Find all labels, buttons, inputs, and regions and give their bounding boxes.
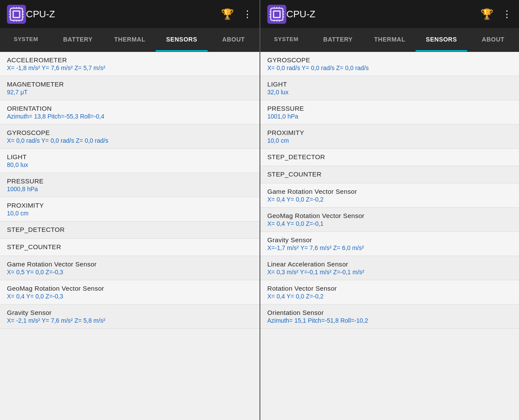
sensor-name: STEP_COUNTER [267,170,512,178]
tab-system-right[interactable]: System [260,28,312,51]
sensor-name: STEP_COUNTER [7,243,253,250]
sensor-value: 32,0 lux [267,89,512,96]
sensor-name: GeoMag Rotation Vector Sensor [267,212,512,219]
list-item: PRESSURE1000,8 hPa [0,173,260,197]
right-titlebar: CPU-Z 🏆 ⋮ [260,0,519,28]
list-item: GeoMag Rotation Vector SensorX= 0,4 Y= 0… [0,280,260,305]
svg-rect-19 [274,12,279,17]
list-item: GYROSCOPEX= 0,0 rad/s Y= 0,0 rad/s Z= 0,… [0,125,260,149]
sensor-name: PROXIMITY [267,129,512,136]
list-item: PRESSURE1001,0 hPa [260,100,519,125]
sensor-value: X= -1,8 m/s² Y= 7,6 m/s² Z= 5,7 m/s² [7,64,253,71]
sensor-name: GYROSCOPE [267,56,512,64]
list-item: ACCELEROMETERX= -1,8 m/s² Y= 7,6 m/s² Z=… [0,52,260,76]
list-item: LIGHT32,0 lux [260,76,519,100]
sensor-name: MAGNETOMETER [7,80,253,88]
list-item: Rotation Vector SensorX= 0,4 Y= 0,0 Z=-0… [260,280,519,305]
left-content-area[interactable]: ACCELEROMETERX= -1,8 m/s² Y= 7,6 m/s² Z=… [0,52,260,420]
sensor-name: Game Rotation Vector Sensor [7,260,253,268]
list-item: Orientation SensorAzimuth= 15,1 Pitch=-5… [260,305,519,329]
left-app-title: CPU-Z [26,9,221,20]
tab-about-right[interactable]: About [467,28,519,51]
tab-about-left[interactable]: About [208,28,260,51]
sensor-name: ACCELEROMETER [7,56,253,64]
list-item: STEP_DETECTOR [260,149,519,166]
sensor-name: ORIENTATION [7,105,253,112]
sensor-value: 10,0 cm [7,210,253,217]
list-item: GeoMag Rotation Vector SensorX= 0,4 Y= 0… [260,208,519,232]
tab-thermal-right[interactable]: Thermal [364,28,416,51]
list-item: STEP_COUNTER [260,166,519,183]
sensor-name: Orientation Sensor [267,309,512,316]
svg-rect-3 [14,12,19,17]
sensor-name: LIGHT [7,153,253,160]
app-icon-left [7,5,26,24]
sensor-name: Linear Acceleration Sensor [267,260,512,268]
sensor-name: GeoMag Rotation Vector Sensor [7,285,253,292]
tab-sensors-left[interactable]: Sensors [156,28,208,51]
sensor-value: X= 0,4 Y= 0,0 Z=-0,2 [267,293,512,300]
sensor-name: STEP_DETECTOR [267,153,512,160]
menu-icon-left[interactable]: ⋮ [243,9,253,20]
tab-battery-right[interactable]: Battery [312,28,364,51]
right-tab-bar: System Battery Thermal Sensors About [260,28,519,52]
list-item: Gravity SensorX=-1,7 m/s² Y= 7,6 m/s² Z=… [260,232,519,256]
tab-sensors-right[interactable]: Sensors [416,28,468,51]
sensor-name: Game Rotation Vector Sensor [267,188,512,195]
list-item: STEP_COUNTER [0,239,260,256]
menu-icon-right[interactable]: ⋮ [502,9,512,20]
sensor-value: 1001,0 hPa [267,113,512,120]
sensor-name: PRESSURE [7,177,253,185]
left-tab-bar: System Battery Thermal Sensors About [0,28,260,52]
list-item: STEP_DETECTOR [0,221,260,239]
left-titlebar-actions: 🏆 ⋮ [221,8,253,20]
sensor-value: X= -2,1 m/s² Y= 7,6 m/s² Z= 5,8 m/s² [7,317,253,324]
sensor-value: 1000,8 hPa [7,186,253,192]
sensor-name: LIGHT [267,80,512,88]
list-item: PROXIMITY10,0 cm [260,125,519,149]
list-item: PROXIMITY10,0 cm [0,197,260,221]
sensor-value: X= 0,0 rad/s Y= 0,0 rad/s Z= 0,0 rad/s [267,64,512,71]
list-item: Game Rotation Vector SensorX= 0,5 Y= 0,0… [0,256,260,280]
app-icon-right [267,5,286,24]
sensor-value: 92,7 μT [7,89,253,96]
left-titlebar: CPU-Z 🏆 ⋮ [0,0,260,28]
sensor-value: Azimuth= 13,8 Pitch=-55,3 Roll=-0,4 [7,113,253,120]
tab-battery-left[interactable]: Battery [52,28,104,51]
right-app-title: CPU-Z [286,9,481,20]
sensor-value: X= 0,4 Y= 0,0 Z=-0,2 [267,196,512,203]
list-item: LIGHT80,0 lux [0,149,260,173]
tab-system-left[interactable]: System [0,28,52,51]
right-phone-panel: CPU-Z 🏆 ⋮ System Battery Thermal Sensors… [260,0,519,420]
sensor-name: PROXIMITY [7,202,253,209]
list-item: Linear Acceleration SensorX= 0,3 m/s² Y=… [260,256,519,280]
sensor-value: X= 0,4 Y= 0,0 Z=-0,3 [7,293,253,300]
sensor-name: Gravity Sensor [267,236,512,244]
right-content-area[interactable]: GYROSCOPEX= 0,0 rad/s Y= 0,0 rad/s Z= 0,… [260,52,519,420]
list-item: Gravity SensorX= -2,1 m/s² Y= 7,6 m/s² Z… [0,305,260,329]
list-item: GYROSCOPEX= 0,0 rad/s Y= 0,0 rad/s Z= 0,… [260,52,519,76]
sensor-value: Azimuth= 15,1 Pitch=-51,8 Roll=-10,2 [267,317,512,324]
sensor-value: X= 0,3 m/s² Y=-0,1 m/s² Z=-0,1 m/s² [267,269,512,276]
list-item: ORIENTATIONAzimuth= 13,8 Pitch=-55,3 Rol… [0,100,260,125]
tab-thermal-left[interactable]: Thermal [104,28,156,51]
trophy-icon-right[interactable]: 🏆 [481,8,493,20]
sensor-name: PRESSURE [267,105,512,112]
sensor-name: STEP_DETECTOR [7,226,253,233]
list-item: MAGNETOMETER92,7 μT [0,76,260,100]
sensor-value: X= 0,0 rad/s Y= 0,0 rad/s Z= 0,0 rad/s [7,137,253,144]
sensor-value: 10,0 cm [267,137,512,144]
sensor-value: X= 0,4 Y= 0,0 Z=-0,1 [267,220,512,227]
list-item: Game Rotation Vector SensorX= 0,4 Y= 0,0… [260,183,519,208]
sensor-value: 80,0 lux [7,161,253,168]
sensor-value: X=-1,7 m/s² Y= 7,6 m/s² Z= 6,0 m/s² [267,244,512,251]
sensor-name: GYROSCOPE [7,129,253,136]
right-titlebar-actions: 🏆 ⋮ [481,8,512,20]
left-phone-panel: CPU-Z 🏆 ⋮ System Battery Thermal Sensors… [0,0,260,420]
sensor-name: Gravity Sensor [7,309,253,316]
trophy-icon-left[interactable]: 🏆 [221,8,234,20]
sensor-value: X= 0,5 Y= 0,0 Z=-0,3 [7,269,253,276]
sensor-name: Rotation Vector Sensor [267,285,512,292]
